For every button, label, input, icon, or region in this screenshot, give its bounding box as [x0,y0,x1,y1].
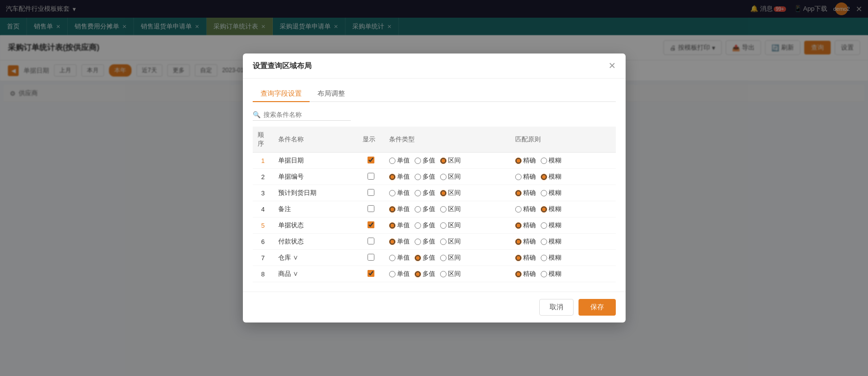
modal-body: 查询字段设置 布局调整 🔍 顺序 条件名称 [243,79,626,102]
modal-dialog: 设置查询区域布局 ✕ 查询字段设置 布局调整 🔍 顺序 [243,54,626,102]
modal-tab-layout[interactable]: 布局调整 [310,86,353,102]
modal-title: 设置查询区域布局 [253,61,312,71]
modal-tabs: 查询字段设置 布局调整 [253,86,616,102]
modal-close-button[interactable]: ✕ [608,60,616,71]
modal-tab-query-fields[interactable]: 查询字段设置 [253,86,310,102]
modal-header: 设置查询区域布局 ✕ [243,54,626,79]
